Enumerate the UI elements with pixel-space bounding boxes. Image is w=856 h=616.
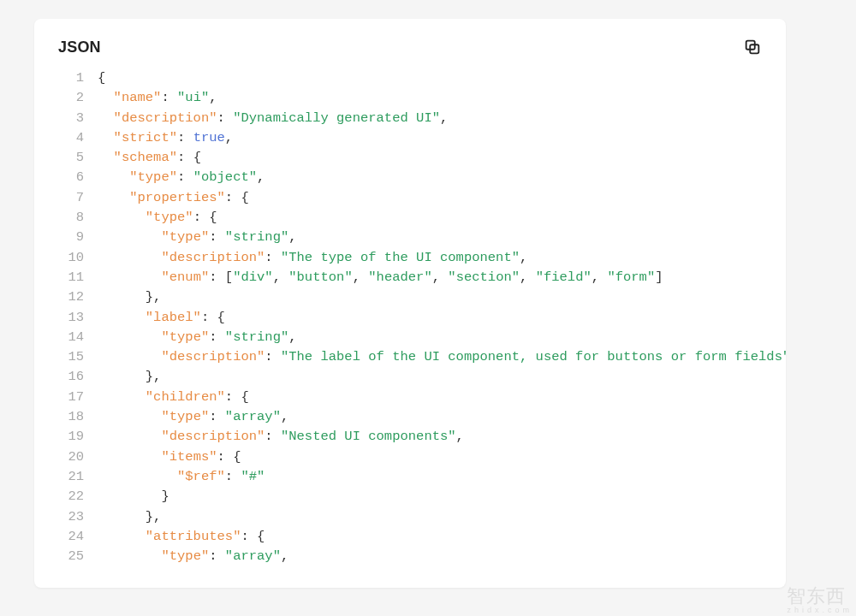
token-str: "string": [225, 329, 288, 345]
token-key: "strict": [114, 130, 177, 145]
token-str: "header": [368, 270, 431, 285]
code-content: "properties": {: [98, 188, 420, 208]
code-line: 11 "enum": ["div", "button", "header", "…: [34, 268, 786, 287]
token-key: "enum": [161, 270, 209, 285]
token-punct: ,: [353, 270, 369, 285]
code-content: "type": "array",: [98, 547, 460, 566]
line-number: 10: [34, 248, 98, 268]
token-str: "The type of the UI component": [281, 250, 520, 265]
token-punct: :: [209, 229, 225, 245]
token-punct: :: [209, 548, 225, 564]
token-punct: :: [177, 169, 193, 185]
code-content: "items": {: [98, 447, 412, 467]
code-content: "enum": ["div", "button", "header", "sec…: [98, 268, 786, 287]
watermark-sub: zhidx.com: [787, 606, 853, 614]
token-punct: ,: [456, 429, 464, 444]
token-key: "label": [146, 310, 201, 325]
token-punct: ,: [281, 548, 288, 564]
line-number: 11: [34, 268, 98, 287]
card-header: JSON: [34, 19, 786, 68]
code-line: 14 "type": "string",: [34, 328, 786, 347]
line-number: 9: [34, 228, 98, 247]
code-line: 19 "description": "Nested UI components"…: [34, 427, 786, 447]
token-punct: ,: [257, 169, 265, 185]
token-key: "type": [161, 229, 209, 245]
code-content: "type": "array",: [98, 407, 460, 427]
line-number: 3: [34, 109, 98, 128]
token-punct: ,: [288, 329, 296, 345]
code-line: 23 },: [34, 507, 786, 527]
code-line: 1{: [34, 68, 786, 88]
code-content: "schema": {: [98, 148, 372, 168]
code-line: 16 },: [34, 367, 786, 387]
token-punct: ,: [520, 270, 536, 285]
token-punct: ,: [281, 409, 288, 424]
code-line: 15 "description": "The label of the UI c…: [34, 347, 786, 367]
line-number: 6: [34, 168, 98, 187]
code-line: 24 "attributes": {: [34, 527, 786, 547]
token-punct: : {: [225, 190, 249, 205]
watermark: 智东西 zhidx.com: [787, 583, 853, 614]
token-key: "items": [161, 449, 217, 465]
token-str: "ui": [177, 90, 209, 105]
line-number: 15: [34, 347, 98, 367]
code-content: {: [98, 68, 276, 88]
code-line: 10 "description": "The type of the UI co…: [34, 248, 786, 268]
code-line: 2 "name": "ui",: [34, 88, 786, 108]
token-key: "description": [161, 429, 265, 444]
code-line: 22 }: [34, 487, 786, 506]
code-content: "description": "Dynamically generated UI…: [98, 109, 619, 128]
code-scroll-region[interactable]: 1{2 "name": "ui",3 "description": "Dynam…: [34, 68, 786, 588]
token-punct: ,: [225, 130, 233, 145]
token-punct: ,: [432, 270, 449, 285]
token-str: "array": [225, 409, 281, 424]
token-key: "properties": [129, 190, 225, 205]
code-content: "name": "ui",: [98, 88, 389, 108]
token-str: "The label of the UI component, used for…: [281, 349, 786, 364]
watermark-text: 智东西: [787, 585, 846, 607]
token-punct: ,: [288, 229, 296, 245]
line-number: 1: [34, 68, 98, 88]
copy-button[interactable]: [743, 38, 762, 56]
code-content: "type": "string",: [98, 228, 468, 247]
line-number: 4: [34, 128, 98, 148]
line-number: 5: [34, 148, 98, 168]
token-key: "description": [114, 110, 217, 126]
token-punct: :: [177, 130, 193, 145]
token-punct: : {: [241, 529, 265, 544]
token-punct: ,: [440, 110, 448, 126]
code-content: "label": {: [98, 308, 396, 328]
code-content: }: [98, 487, 341, 506]
token-str: "field": [536, 270, 591, 285]
token-punct: : {: [201, 310, 225, 325]
line-number: 7: [34, 188, 98, 208]
token-punct: :: [265, 250, 281, 265]
line-number: 22: [34, 487, 98, 506]
token-key: "type": [161, 329, 209, 345]
code-content: "strict": true,: [98, 128, 404, 148]
token-punct: :: [225, 469, 241, 484]
token-key: "type": [129, 169, 177, 185]
token-key: "type": [161, 409, 209, 424]
token-key: "name": [114, 90, 162, 105]
token-bool: true: [193, 130, 225, 145]
token-punct: : {: [225, 389, 249, 405]
code-content: },: [98, 507, 332, 527]
code-line: 8 "type": {: [34, 208, 786, 228]
code-content: "type": {: [98, 208, 389, 228]
token-str: "form": [607, 270, 655, 285]
token-key: "type": [161, 548, 209, 564]
token-key: "children": [146, 389, 225, 405]
token-key: "description": [161, 349, 265, 364]
token-punct: ]: [655, 270, 663, 285]
token-punct: : {: [193, 210, 217, 225]
token-punct: : [: [209, 270, 233, 285]
line-number: 14: [34, 328, 98, 347]
token-key: "$ref": [177, 469, 225, 484]
code-line: 7 "properties": {: [34, 188, 786, 208]
token-str: "section": [448, 270, 520, 285]
code-content: "description": "The type of the UI compo…: [98, 248, 698, 268]
code-content: "type": "string",: [98, 328, 468, 347]
line-number: 8: [34, 208, 98, 228]
code-line: 5 "schema": {: [34, 148, 786, 168]
